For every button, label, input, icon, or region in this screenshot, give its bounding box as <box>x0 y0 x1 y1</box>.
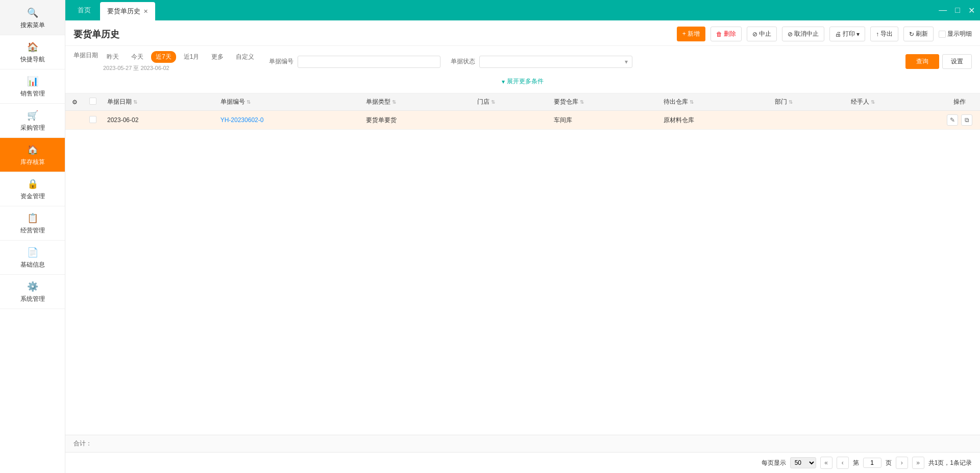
search-button[interactable]: 查询 <box>905 54 939 69</box>
date-btn-1month[interactable]: 近1月 <box>179 51 204 63</box>
expand-filter-button[interactable]: ▾ 展开更多条件 <box>74 75 972 88</box>
col-check[interactable] <box>84 93 102 111</box>
page-number-input[interactable] <box>863 458 881 468</box>
home-icon: 🏠 <box>27 41 38 53</box>
status-chevron-icon: ▾ <box>625 58 628 65</box>
docno-filter: 单据编号 <box>269 56 440 68</box>
sort-store-icon[interactable]: ⇅ <box>491 99 495 105</box>
select-all-checkbox[interactable] <box>89 98 96 105</box>
date-btn-more[interactable]: 更多 <box>207 51 228 63</box>
data-table: ⚙ 单据日期⇅ 单据编号⇅ 单据类型⇅ 门店⇅ 要货仓库⇅ 待出仓库⇅ 部门⇅ … <box>65 93 980 130</box>
next-page-button[interactable]: › <box>896 457 908 469</box>
date-btn-yesterday[interactable]: 昨天 <box>102 51 124 63</box>
sidebar-item-quicknav[interactable]: 🏠 快捷导航 <box>0 35 65 69</box>
cancel-stop-button[interactable]: ⊘ 取消中止 <box>782 27 824 41</box>
sidebar-item-label: 快捷导航 <box>20 55 45 64</box>
table-row: 2023-06-02 YH-20230602-0 要货单要货 车间库 原材料仓库… <box>65 111 980 130</box>
prev-page-button[interactable]: ‹ <box>837 457 849 469</box>
row-doctype: 要货单要货 <box>361 111 472 130</box>
close-tab-icon[interactable]: ✕ <box>143 8 148 15</box>
sidebar-item-search[interactable]: 🔍 搜索菜单 <box>0 0 65 35</box>
close-window-icon[interactable]: ✕ <box>968 6 975 15</box>
detail-checkbox[interactable] <box>939 31 946 38</box>
status-select[interactable]: ▾ <box>479 56 632 68</box>
col-ops: 操作 <box>939 93 980 111</box>
date-btn-custom[interactable]: 自定义 <box>231 51 259 63</box>
page-go-label: 第 <box>853 459 859 467</box>
col-pending-warehouse: 待出仓库⇅ <box>658 93 770 111</box>
table-header-row: ⚙ 单据日期⇅ 单据编号⇅ 单据类型⇅ 门店⇅ 要货仓库⇅ 待出仓库⇅ 部门⇅ … <box>65 93 980 111</box>
docno-filter-label: 单据编号 <box>269 57 293 66</box>
sidebar-item-label: 搜索菜单 <box>20 21 45 30</box>
col-doctype: 单据类型⇅ <box>361 93 472 111</box>
sidebar: 🔍 搜索菜单 🏠 快捷导航 📊 销售管理 🛒 采购管理 🏠 库存核算 🔒 资金管… <box>0 0 65 473</box>
operations-icon: 📋 <box>27 212 38 224</box>
row-ops-cell: ✎ ⧉ <box>939 111 980 130</box>
date-range-display: 2023-05-27 至 2023-06-02 <box>103 64 259 72</box>
col-req-warehouse: 要货仓库⇅ <box>549 93 658 111</box>
sidebar-item-operations[interactable]: 📋 经营管理 <box>0 206 65 241</box>
sidebar-item-purchase[interactable]: 🛒 采购管理 <box>0 104 65 138</box>
cart-icon: 🛒 <box>27 110 38 121</box>
refresh-icon: ↻ <box>909 31 914 38</box>
sidebar-item-system[interactable]: ⚙️ 系统管理 <box>0 275 65 309</box>
tab-home[interactable]: 首页 <box>70 0 98 20</box>
content-area: 要货单历史 + 新增 🗑 删除 ⊘ 中止 ⊘ 取消中止 🖨 打印 <box>65 20 980 473</box>
pagination: 每页显示 10 20 50 100 « ‹ 第 页 › » 共1页，1条记录 <box>65 452 980 473</box>
docno-input[interactable] <box>298 56 440 68</box>
date-btn-today[interactable]: 今天 <box>127 51 148 63</box>
sort-docno-icon[interactable]: ⇅ <box>247 99 251 105</box>
topbar: 首页 要货单历史 ✕ — □ ✕ <box>65 0 980 20</box>
sidebar-item-label: 资金管理 <box>20 192 45 201</box>
date-buttons: 昨天 今天 近7天 近1月 更多 自定义 <box>102 51 259 63</box>
lock-icon: 🔒 <box>27 178 38 190</box>
sidebar-item-sales[interactable]: 📊 销售管理 <box>0 69 65 104</box>
pagination-summary: 共1页，1条记录 <box>928 459 972 467</box>
sidebar-item-finance[interactable]: 🔒 资金管理 <box>0 172 65 206</box>
sort-handler-icon[interactable]: ⇅ <box>871 99 875 105</box>
print-button[interactable]: 🖨 打印 ▾ <box>829 27 865 41</box>
settings-button[interactable]: 设置 <box>942 54 972 69</box>
row-edit-button[interactable]: ✎ <box>947 114 958 126</box>
display-detail-toggle[interactable]: 显示明细 <box>939 30 972 38</box>
docno-link[interactable]: YH-20230602-0 <box>220 116 264 124</box>
row-pending-warehouse: 原材料仓库 <box>658 111 770 130</box>
stop-button[interactable]: ⊘ 中止 <box>747 27 777 41</box>
chart-icon: 📊 <box>27 76 38 87</box>
print-chevron-icon: ▾ <box>856 31 860 38</box>
col-date: 单据日期⇅ <box>102 93 215 111</box>
last-page-button[interactable]: » <box>912 457 924 469</box>
row-docno[interactable]: YH-20230602-0 <box>215 111 361 130</box>
page-header: 要货单历史 + 新增 🗑 删除 ⊘ 中止 ⊘ 取消中止 🖨 打印 <box>65 20 980 46</box>
date-filter-label: 单据日期 <box>74 51 98 60</box>
sort-date-icon[interactable]: ⇅ <box>133 99 137 105</box>
sort-req-warehouse-icon[interactable]: ⇅ <box>580 99 584 105</box>
sidebar-item-inventory[interactable]: 🏠 库存核算 <box>0 138 65 172</box>
export-button[interactable]: ↑ 导出 <box>870 27 898 41</box>
sort-dept-icon[interactable]: ⇅ <box>789 99 793 105</box>
sort-pending-warehouse-icon[interactable]: ⇅ <box>690 99 694 105</box>
refresh-button[interactable]: ↻ 刷新 <box>903 27 934 41</box>
sort-doctype-icon[interactable]: ⇅ <box>392 99 396 105</box>
row-checkbox[interactable] <box>89 116 96 123</box>
date-filter: 单据日期 昨天 今天 近7天 近1月 更多 自定义 2023-05-27 至 2… <box>74 51 259 72</box>
date-btn-7days[interactable]: 近7天 <box>151 51 176 63</box>
page-label: 页 <box>886 459 892 467</box>
row-check-cell[interactable] <box>84 111 102 130</box>
doc-icon: 📄 <box>27 247 38 258</box>
first-page-button[interactable]: « <box>820 457 832 469</box>
col-gear[interactable]: ⚙ <box>65 93 84 111</box>
main-area: 首页 要货单历史 ✕ — □ ✕ 要货单历史 + 新增 🗑 删除 ⊘ <box>65 0 980 473</box>
sidebar-item-label: 库存核算 <box>20 158 45 167</box>
tab-requisition-history[interactable]: 要货单历史 ✕ <box>100 2 155 20</box>
delete-icon: 🗑 <box>716 31 722 38</box>
delete-button[interactable]: 🗑 删除 <box>710 27 742 41</box>
filter-row-1: 单据日期 昨天 今天 近7天 近1月 更多 自定义 2023-05-27 至 2… <box>74 51 972 72</box>
per-page-select[interactable]: 10 20 50 100 <box>790 457 816 468</box>
maximize-icon[interactable]: □ <box>955 6 960 15</box>
add-button[interactable]: + 新增 <box>677 27 705 41</box>
row-copy-button[interactable]: ⧉ <box>961 114 972 126</box>
row-store <box>472 111 549 130</box>
minimize-icon[interactable]: — <box>939 6 947 15</box>
sidebar-item-basicinfo[interactable]: 📄 基础信息 <box>0 241 65 275</box>
